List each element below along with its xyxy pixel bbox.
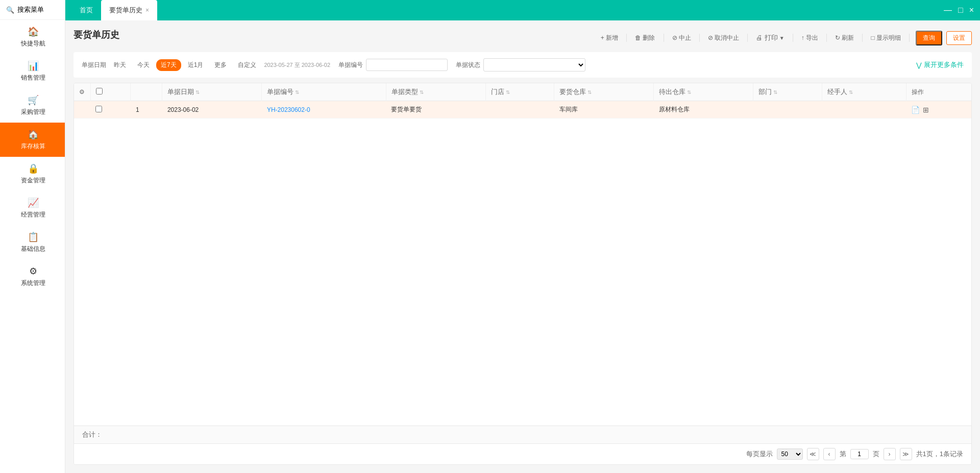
col-pending-warehouse-label: 待出仓库 — [659, 87, 685, 97]
total-info: 共1页，1条记录 — [916, 450, 963, 459]
prev-page-button[interactable]: ‹ — [823, 448, 836, 460]
sidebar-item-label: 采购管理 — [21, 108, 45, 116]
row-pending-warehouse: 原材料仓库 — [654, 101, 753, 119]
col-pending-warehouse[interactable]: 待出仓库 ⇅ — [654, 83, 753, 101]
sidebar-item-purchase[interactable]: 🛒 采购管理 — [0, 88, 65, 123]
page-size-select[interactable]: 20 50 100 — [777, 448, 803, 460]
col-checkbox — [90, 83, 131, 101]
search-icon: 🔍 — [6, 6, 14, 14]
sidebar-search-label: 搜索菜单 — [17, 5, 44, 14]
col-handler-label: 经手人 — [827, 87, 847, 97]
row-num: 1 — [131, 101, 162, 119]
sidebar-item-basic[interactable]: 📋 基础信息 — [0, 225, 65, 259]
sidebar-item-finance[interactable]: 🔒 资金管理 — [0, 157, 65, 191]
maximize-icon[interactable]: □ — [958, 6, 963, 15]
print-label: 🖨 打印 — [756, 33, 778, 42]
col-req-warehouse-label: 要货仓库 — [559, 87, 586, 97]
operations-icon: 📈 — [28, 197, 39, 208]
col-store[interactable]: 门店 ⇅ — [485, 83, 554, 101]
col-num — [131, 83, 162, 101]
display-detail-button[interactable]: □ 显示明细 — [869, 33, 903, 43]
expand-icon: ⋁ — [916, 61, 922, 69]
sidebar-item-label: 系统管理 — [21, 279, 45, 288]
sort-icon: ⇅ — [587, 89, 592, 95]
date-btn-today[interactable]: 今天 — [133, 59, 154, 71]
page-number-input[interactable] — [850, 449, 869, 459]
date-btn-more[interactable]: 更多 — [210, 59, 231, 71]
gear-icon: ⚙ — [29, 266, 37, 277]
date-btn-yesterday[interactable]: 昨天 — [109, 59, 131, 71]
col-settings[interactable]: ⚙ — [74, 83, 90, 101]
filter-docno-group: 单据编号 — [338, 59, 448, 71]
sidebar: 🔍 搜索菜单 🏠 快捷导航 📊 销售管理 🛒 采购管理 🏠 库存核算 🔒 资金管… — [0, 0, 65, 473]
docno-filter-label: 单据编号 — [338, 61, 363, 69]
data-table: ⚙ 单据日期 ⇅ 单据编号 — [74, 83, 971, 119]
filter-row-1: 单据日期 昨天 今天 近7天 近1月 更多 自定义 2023-05-27 至 2… — [82, 58, 964, 72]
settings-button[interactable]: 设置 — [946, 31, 972, 45]
sort-icon: ⇅ — [687, 89, 691, 95]
tab-home[interactable]: 首页 — [71, 0, 101, 20]
toolbar-separator — [699, 34, 700, 42]
col-department[interactable]: 部门 ⇅ — [753, 83, 822, 101]
tab-close-icon[interactable]: × — [145, 7, 149, 14]
stop-button[interactable]: ⊘ 中止 — [670, 33, 693, 43]
new-button[interactable]: + 新增 — [599, 33, 620, 43]
row-req-warehouse: 车间库 — [554, 101, 654, 119]
query-button[interactable]: 查询 — [916, 31, 942, 45]
date-btn-1month[interactable]: 近1月 — [183, 59, 208, 71]
minimize-icon[interactable]: — — [944, 6, 952, 15]
col-req-warehouse[interactable]: 要货仓库 ⇅ — [554, 83, 654, 101]
sort-icon: ⇅ — [773, 89, 777, 95]
table-scroll-area[interactable]: ⚙ 单据日期 ⇅ 单据编号 — [74, 83, 971, 425]
date-btn-custom[interactable]: 自定义 — [233, 59, 261, 71]
next-page-button[interactable]: › — [884, 448, 896, 460]
sidebar-item-operations[interactable]: 📈 经营管理 — [0, 191, 65, 225]
chart-icon: 📊 — [28, 60, 39, 72]
col-docno[interactable]: 单据编号 ⇅ — [262, 83, 386, 101]
row-doctype: 要货单要货 — [386, 101, 485, 119]
row-docno[interactable]: YH-20230602-0 — [262, 101, 386, 119]
row-checkbox — [90, 101, 131, 119]
table-row: 1 2023-06-02 YH-20230602-0 要货单要货 车间库 原材料… — [74, 101, 971, 119]
col-date[interactable]: 单据日期 ⇅ — [162, 83, 262, 101]
filter-area: 单据日期 昨天 今天 近7天 近1月 更多 自定义 2023-05-27 至 2… — [74, 52, 972, 78]
row-department — [753, 101, 822, 119]
last-page-button[interactable]: ≫ — [900, 448, 912, 460]
first-page-button[interactable]: ≪ — [807, 448, 819, 460]
tab-history-label: 要货单历史 — [109, 6, 142, 15]
date-btn-7days[interactable]: 近7天 — [156, 59, 181, 71]
tab-history[interactable]: 要货单历史 × — [101, 0, 157, 20]
sidebar-search[interactable]: 🔍 搜索菜单 — [0, 0, 65, 20]
select-all-checkbox[interactable] — [96, 88, 103, 94]
status-select[interactable] — [483, 58, 585, 72]
delete-button[interactable]: 🗑 删除 — [633, 33, 657, 43]
toolbar: + 新增 🗑 删除 ⊘ 中止 ⊘ 取消中止 🖨 打印 ▼ ↑ 导出 ↻ 刷新 □… — [599, 31, 972, 45]
cancel-stop-button[interactable]: ⊘ 取消中止 — [706, 33, 741, 43]
export-button[interactable]: ↑ 导出 — [799, 33, 820, 43]
sidebar-item-quick-nav[interactable]: 🏠 快捷导航 — [0, 20, 65, 54]
sidebar-item-system[interactable]: ⚙ 系统管理 — [0, 259, 65, 294]
print-button[interactable]: 🖨 打印 ▼ — [754, 32, 787, 43]
col-doctype[interactable]: 单据类型 ⇅ — [386, 83, 485, 101]
sidebar-item-sales[interactable]: 📊 销售管理 — [0, 54, 65, 88]
expand-filter-button[interactable]: ⋁ 展开更多条件 — [916, 60, 964, 69]
refresh-button[interactable]: ↻ 刷新 — [833, 33, 856, 43]
summary-row: 合计： — [74, 425, 971, 443]
sidebar-item-inventory[interactable]: 🏠 库存核算 — [0, 123, 65, 157]
sort-icon: ⇅ — [295, 89, 299, 95]
row-delete-icon[interactable]: ⊞ — [923, 106, 929, 114]
col-store-label: 门店 — [491, 87, 504, 97]
summary-label: 合计： — [82, 430, 102, 439]
close-window-icon[interactable]: × — [969, 6, 974, 15]
toolbar-separator — [826, 34, 827, 42]
row-edit-icon[interactable]: 📄 — [911, 106, 920, 114]
docno-input[interactable] — [366, 59, 448, 71]
page-label: 第 — [840, 450, 846, 459]
date-filter-label: 单据日期 — [82, 61, 106, 69]
toolbar-separator — [862, 34, 863, 42]
col-handler[interactable]: 经手人 ⇅ — [822, 83, 906, 101]
col-doctype-label: 单据类型 — [391, 87, 418, 97]
sort-icon: ⇅ — [849, 89, 853, 95]
tab-home-label: 首页 — [80, 6, 93, 15]
row-select-checkbox[interactable] — [95, 106, 102, 112]
